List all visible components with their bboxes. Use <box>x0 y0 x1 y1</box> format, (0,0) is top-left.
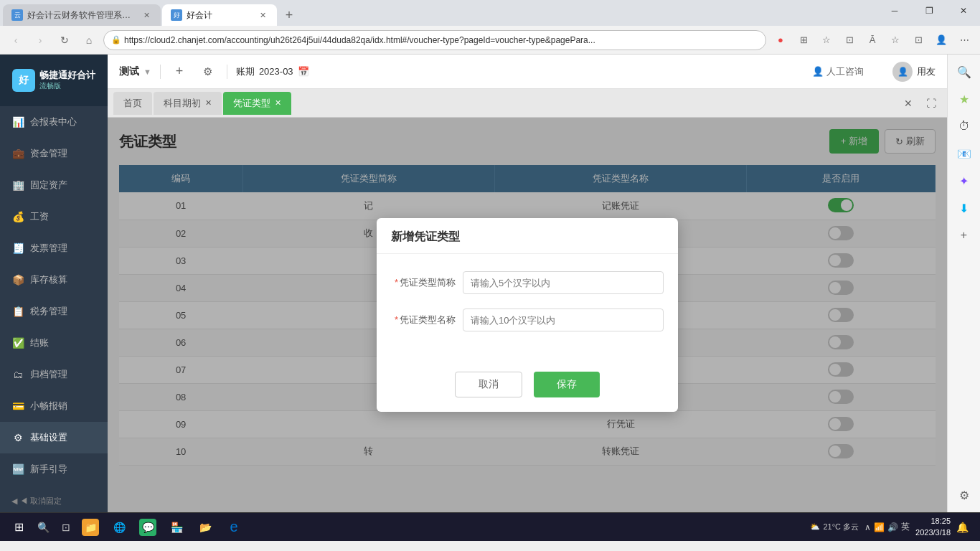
tray-network-icon[interactable]: 📶 <box>874 522 885 532</box>
tab-subjects-label: 科目期初 <box>164 97 201 110</box>
browser-tab-1[interactable]: 云 好会计云财务软件管理系统_会计 ✕ <box>3 4 161 26</box>
sidebar-label-invoice: 发票管理 <box>30 242 67 255</box>
tray-sound-icon[interactable]: 🔊 <box>887 522 898 532</box>
right-panel-download[interactable]: ⬇ <box>953 197 976 220</box>
right-panel-star[interactable]: ★ <box>953 88 976 110</box>
nav-back[interactable]: ‹ <box>6 30 26 50</box>
sidebar-item-fixed-assets[interactable]: 🏢 固定资产 <box>0 169 108 201</box>
right-panel-history[interactable]: ⏱ <box>953 115 976 138</box>
sidebar-label-settlement: 结账 <box>30 336 49 349</box>
save-button[interactable]: 保存 <box>534 372 600 397</box>
weather-display: ⛅ 21°C 多云 <box>810 522 859 532</box>
fixed-assets-icon: 🏢 <box>11 179 24 192</box>
period-label: 账期 <box>236 65 255 78</box>
address-bar[interactable]: 🔒 https://cloud2.chanjet.com/accounting/… <box>103 30 766 50</box>
start-button[interactable]: ⊞ <box>6 516 32 539</box>
nav-forward[interactable]: › <box>30 30 50 50</box>
cancel-button[interactable]: 取消 <box>455 372 522 397</box>
sidebar-item-expense[interactable]: 💳 小畅报销 <box>0 390 108 422</box>
sidebar-item-payroll[interactable]: 💰 工资 <box>0 201 108 232</box>
tab-subjects-close[interactable]: ✕ <box>205 98 212 108</box>
sidebar-header: 好 畅捷通好合计 流畅版 <box>0 55 108 106</box>
tab-voucher-type[interactable]: 凭证类型 ✕ <box>223 92 291 115</box>
task-view-button[interactable]: ⊡ <box>55 516 77 539</box>
clock-display[interactable]: 18:25 2023/3/18 <box>915 516 951 538</box>
window-restore[interactable]: ❐ <box>913 0 946 22</box>
modal-title: 新增凭证类型 <box>377 218 678 254</box>
sidebar-label-guide: 新手引导 <box>30 463 67 476</box>
tray-up-icon[interactable]: ∧ <box>864 522 871 532</box>
extension-btn-1[interactable]: ● <box>771 30 791 50</box>
tab-home-label: 首页 <box>123 97 142 110</box>
right-panel-search[interactable]: 🔍 <box>953 60 976 83</box>
sidebar-item-member[interactable]: 👑 畅会员 <box>0 485 108 490</box>
tab-expand-button[interactable]: ⛶ <box>921 93 941 113</box>
taskbar-app5[interactable]: 📂 <box>192 514 218 540</box>
calendar-icon[interactable]: 📅 <box>298 66 309 77</box>
tab-close-2[interactable]: ✕ <box>257 9 268 21</box>
field-abbr-input[interactable] <box>463 271 664 294</box>
sidebar-item-guide[interactable]: 🆕 新手引导 <box>0 453 108 485</box>
window-minimize[interactable]: ─ <box>878 0 911 22</box>
sidebar-item-settlement[interactable]: ✅ 结账 <box>0 327 108 359</box>
url-text: https://cloud2.chanjet.com/accounting/uh… <box>124 35 758 45</box>
tab-title-1: 好会计云财务软件管理系统_会计 <box>27 9 136 22</box>
tab-subjects[interactable]: 科目期初 ✕ <box>154 92 222 115</box>
sidebar-label-tax: 税务管理 <box>30 305 67 318</box>
time-value: 18:25 <box>915 516 951 527</box>
company-selector[interactable]: 测试 ▼ <box>119 65 151 78</box>
toolbar-settings-button[interactable]: ⚙ <box>198 62 218 82</box>
sidebar-item-assets[interactable]: 💼 资金管理 <box>0 138 108 169</box>
toolbar-add-button[interactable]: + <box>169 62 189 82</box>
sidebar-item-invoice[interactable]: 🧾 发票管理 <box>0 232 108 264</box>
extension-btn-7[interactable]: ⊡ <box>908 30 928 50</box>
extension-btn-9[interactable]: ⋯ <box>954 30 974 50</box>
right-panel-add[interactable]: + <box>953 224 976 247</box>
sidebar-item-archive[interactable]: 🗂 归档管理 <box>0 359 108 390</box>
nav-refresh[interactable]: ↻ <box>55 30 75 50</box>
sidebar-item-dashboard[interactable]: 📊 会报表中心 <box>0 106 108 138</box>
tab-home[interactable]: 首页 <box>113 92 152 115</box>
sidebar-item-tax[interactable]: 📋 税务管理 <box>0 296 108 327</box>
browser-tab-2[interactable]: 好 好会计 ✕ <box>162 4 277 26</box>
sidebar-collapse-btn[interactable]: ◀ ◀ 取消固定 <box>0 490 108 512</box>
user-menu[interactable]: 👤 用友 <box>892 62 936 82</box>
help-icon: 👤 <box>812 66 824 77</box>
extension-btn-4[interactable]: ⊡ <box>839 30 859 50</box>
inventory-icon: 📦 <box>11 273 24 286</box>
extension-btn-8[interactable]: 👤 <box>931 30 951 50</box>
date-value: 2023/3/18 <box>915 527 951 538</box>
extension-btn-5[interactable]: Ā <box>862 30 882 50</box>
nav-home[interactable]: ⌂ <box>79 30 99 50</box>
weather-text: 21°C 多云 <box>823 522 859 532</box>
extension-btn-6[interactable]: ☆ <box>885 30 905 50</box>
sidebar-item-inventory[interactable]: 📦 库存核算 <box>0 264 108 296</box>
taskbar-file-explorer[interactable]: 📁 <box>77 514 103 540</box>
tab-voucher-type-close[interactable]: ✕ <box>275 98 281 108</box>
tax-icon: 📋 <box>11 305 24 318</box>
modal-footer: 取消 保存 <box>377 363 678 412</box>
tab-collapse-button[interactable]: ✕ <box>898 93 918 113</box>
taskbar-store[interactable]: 🏪 <box>164 514 189 540</box>
right-panel-copilot[interactable]: ✦ <box>953 169 976 192</box>
show-desktop-btn[interactable]: 🔔 <box>956 522 969 533</box>
extension-btn-2[interactable]: ⊞ <box>793 30 814 50</box>
form-row-name: *凭证类型名称 <box>391 309 664 331</box>
sidebar-label-settings: 基础设置 <box>30 431 67 444</box>
right-panel-settings[interactable]: ⚙ <box>953 484 976 507</box>
tray-lang[interactable]: 英 <box>901 521 910 533</box>
tab-voucher-type-label: 凭证类型 <box>233 97 270 110</box>
sidebar-item-settings[interactable]: ⚙ 基础设置 <box>0 422 108 453</box>
taskbar-wechat[interactable]: 💬 <box>135 514 161 540</box>
help-button[interactable]: 👤 人工咨询 <box>812 65 864 78</box>
payroll-icon: 💰 <box>11 210 24 223</box>
taskbar-search[interactable]: 🔍 <box>32 516 55 539</box>
tab-close-1[interactable]: ✕ <box>141 9 152 21</box>
field-name-input[interactable] <box>463 309 664 331</box>
extension-btn-3[interactable]: ☆ <box>816 30 837 50</box>
right-panel-outlook[interactable]: 📧 <box>953 142 976 165</box>
taskbar-chrome[interactable]: 🌐 <box>106 514 132 540</box>
window-close[interactable]: ✕ <box>947 0 980 22</box>
new-tab-button[interactable]: + <box>278 4 300 26</box>
taskbar-edge[interactable]: e <box>221 514 247 540</box>
